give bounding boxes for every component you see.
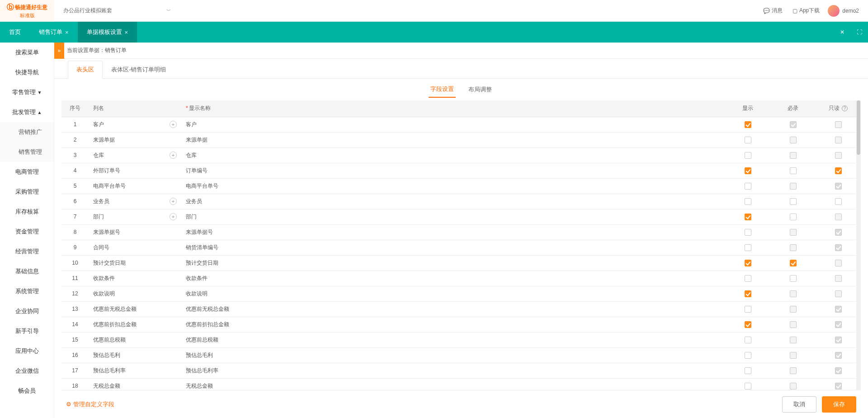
cancel-button[interactable]: 取消 xyxy=(782,396,816,413)
sidebar-item-11[interactable]: 企业协同 xyxy=(0,301,54,321)
add-icon[interactable]: + xyxy=(170,152,177,159)
cell-display[interactable]: 销货清单编号 xyxy=(181,240,725,255)
cell-display[interactable]: 订单编号 xyxy=(181,163,725,178)
checkbox[interactable] xyxy=(745,214,751,220)
checkbox[interactable] xyxy=(745,352,751,359)
tab-doc-1[interactable]: 单据模板设置× xyxy=(78,22,137,43)
cell-required xyxy=(770,255,816,271)
checkbox xyxy=(790,229,797,236)
account-book-selector[interactable]: 办公品行业模拟账套 ﹀ xyxy=(63,7,171,14)
save-button[interactable]: 保存 xyxy=(822,396,856,413)
checkbox[interactable] xyxy=(745,337,751,343)
checkbox[interactable] xyxy=(790,260,797,266)
username[interactable]: demo2 xyxy=(842,8,859,14)
sidebar-item-2[interactable]: 零售管理▼ xyxy=(0,82,54,102)
cell-readonly xyxy=(816,347,861,363)
checkbox[interactable] xyxy=(790,167,797,174)
sidebar-item-10[interactable]: 系统管理 xyxy=(0,281,54,301)
add-icon[interactable]: + xyxy=(170,198,177,205)
cell-display[interactable]: 部门 xyxy=(181,209,725,224)
sub-tab-1[interactable]: 布局调整 xyxy=(467,82,494,97)
cell-display[interactable]: 优惠前折扣总金额 xyxy=(181,317,725,332)
sub-tab-0[interactable]: 字段设置 xyxy=(429,81,456,98)
checkbox[interactable] xyxy=(790,214,797,220)
cell-display[interactable]: 优惠前无税总金额 xyxy=(181,301,725,317)
app-download-button[interactable]: ▢ App下载 xyxy=(793,7,820,14)
cell-readonly xyxy=(816,378,861,390)
sidebar-item-12[interactable]: 新手引导 xyxy=(0,321,54,341)
section-tab-0[interactable]: 表头区 xyxy=(68,61,103,79)
cell-display[interactable]: 来源单据 xyxy=(181,132,725,147)
checkbox[interactable] xyxy=(745,321,751,328)
sidebar-item-13[interactable]: 应用中心 xyxy=(0,341,54,361)
cell-display[interactable]: 预计交货日期 xyxy=(181,255,725,271)
cell-display[interactable]: 客户 xyxy=(181,117,725,132)
sidebar-subitem-3-1[interactable]: 销售管理 xyxy=(0,142,54,162)
sidebar-item-0[interactable]: 搜索菜单 xyxy=(0,43,54,62)
checkbox[interactable] xyxy=(745,244,751,251)
cell-show xyxy=(725,117,770,132)
sidebar-item-8[interactable]: 经营管理 xyxy=(0,242,54,261)
sidebar-item-15[interactable]: 畅会员 xyxy=(0,381,54,401)
cell-seq: 9 xyxy=(61,240,89,255)
cell-display[interactable]: 预估总毛利率 xyxy=(181,363,725,378)
checkbox[interactable] xyxy=(745,137,751,143)
fullscreen-button[interactable]: ⛶ xyxy=(851,22,868,43)
sidebar-item-3[interactable]: 批发管理▲ xyxy=(0,102,54,122)
checkbox[interactable] xyxy=(745,260,751,266)
checkbox[interactable] xyxy=(745,167,751,174)
cell-display[interactable]: 优惠前总税额 xyxy=(181,332,725,347)
manage-custom-fields-link[interactable]: ⚙ 管理自定义字段 xyxy=(66,400,114,408)
cell-display[interactable]: 电商平台单号 xyxy=(181,178,725,194)
checkbox[interactable] xyxy=(790,198,797,205)
cell-display[interactable]: 来源单据号 xyxy=(181,224,725,240)
avatar[interactable] xyxy=(828,5,840,17)
help-icon[interactable]: ? xyxy=(842,105,848,111)
cell-name: 预估总毛利 xyxy=(89,347,181,363)
checkbox[interactable] xyxy=(745,198,751,205)
checkbox[interactable] xyxy=(835,167,842,174)
messages-button[interactable]: 💬 消息 xyxy=(763,7,783,14)
cell-display[interactable]: 收款说明 xyxy=(181,286,725,301)
cell-seq: 13 xyxy=(61,301,89,317)
checkbox xyxy=(790,183,797,190)
sidebar-item-4[interactable]: 电商管理 xyxy=(0,162,54,182)
checkbox[interactable] xyxy=(745,229,751,236)
checkbox[interactable] xyxy=(835,198,842,205)
cell-display[interactable]: 预估总毛利 xyxy=(181,347,725,363)
sidebar-item-14[interactable]: 企业微信 xyxy=(0,361,54,381)
sidebar-item-5[interactable]: 采购管理 xyxy=(0,182,54,202)
checkbox[interactable] xyxy=(745,306,751,313)
sidebar-item-6[interactable]: 库存核算 xyxy=(0,202,54,222)
checkbox[interactable] xyxy=(745,383,751,390)
cell-display[interactable]: 仓库 xyxy=(181,147,725,163)
sidebar-item-9[interactable]: 基础信息 xyxy=(0,261,54,281)
cell-display[interactable]: 无税总金额 xyxy=(181,378,725,390)
sidebar-item-1[interactable]: 快捷导航 xyxy=(0,62,54,82)
vertical-scrollbar[interactable] xyxy=(856,100,861,390)
checkbox[interactable] xyxy=(745,152,751,159)
cell-display[interactable]: 收款条件 xyxy=(181,271,725,286)
checkbox[interactable] xyxy=(745,290,751,297)
checkbox[interactable] xyxy=(745,183,751,190)
section-tab-1[interactable]: 表体区-销售订单明细 xyxy=(103,61,175,78)
cell-seq: 3 xyxy=(61,147,89,163)
close-all-tabs-button[interactable]: ✕ xyxy=(834,22,851,43)
sidebar-item-label: 畅会员 xyxy=(18,387,36,395)
username-label: demo2 xyxy=(842,8,859,14)
close-icon[interactable]: × xyxy=(65,29,69,36)
sidebar-subitem-3-0[interactable]: 营销推广 xyxy=(0,122,54,142)
close-icon[interactable]: × xyxy=(125,29,128,36)
col-readonly: 只读? xyxy=(816,100,861,117)
checkbox[interactable] xyxy=(745,275,751,282)
sidebar-item-7[interactable]: 资金管理 xyxy=(0,222,54,242)
add-icon[interactable]: + xyxy=(170,121,177,128)
checkbox[interactable] xyxy=(745,367,751,374)
tab-home[interactable]: 首页 xyxy=(0,22,30,43)
cell-display[interactable]: 业务员 xyxy=(181,194,725,209)
collapse-toggle[interactable]: » xyxy=(54,43,64,59)
tab-doc-0[interactable]: 销售订单× xyxy=(30,22,78,43)
checkbox[interactable] xyxy=(745,121,751,128)
checkbox[interactable] xyxy=(790,275,797,282)
add-icon[interactable]: + xyxy=(170,213,177,220)
